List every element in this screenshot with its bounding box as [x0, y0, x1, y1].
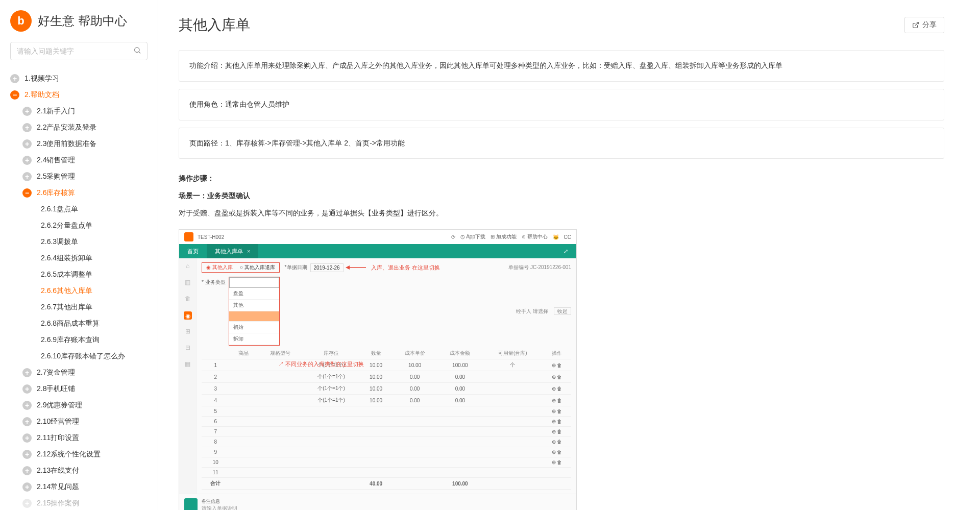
left-rail: ⌂ ▥ 🗑 ◉ ⊞ ⊟ ▦: [179, 258, 197, 494]
nav-item-2-6-1[interactable]: 2.6.1盘点单: [10, 201, 148, 217]
steps-heading: 操作步骤：: [179, 171, 944, 185]
nav-label: 2.3使用前数据准备: [37, 139, 96, 149]
path-box: 页面路径：1、库存核算->库存管理->其他入库单 2、首页->常用功能: [179, 128, 944, 159]
type-switch-box: ◉ 其他入库 ○ 其他入库退库: [202, 262, 280, 273]
nav-item-2-6-8[interactable]: 2.6.8商品成本重算: [10, 315, 148, 332]
nav-label: 2.6.6其他入库单: [41, 286, 92, 296]
nav-label: 2.10经营管理: [37, 417, 79, 426]
nav-label: 2.12系统个性化设置: [37, 450, 101, 459]
nav-tree: +1.视频学习 −2.帮助文档 +2.1新手入门 +2.2产品安装及登录 +2.…: [10, 70, 148, 510]
arrow-icon: [346, 264, 366, 271]
plus-icon: +: [22, 172, 32, 181]
nav-label: 2.2产品安装及登录: [37, 123, 96, 132]
nav-label: 2.8手机旺铺: [37, 384, 75, 394]
table-row: 10⊕ 🗑: [202, 457, 571, 468]
nav-item-2-12[interactable]: +2.12系统个性化设置: [10, 446, 148, 463]
table-row: 8⊕ 🗑: [202, 437, 571, 447]
path-text: 1、库存核算->库存管理->其他入库单 2、首页->常用功能: [225, 139, 405, 147]
nav-item-2-6-9[interactable]: 2.6.9库存账本查询: [10, 332, 148, 348]
table-row: 7⊕ 🗑: [202, 427, 571, 437]
dropdown-option: 其他: [229, 300, 279, 311]
nav-item-2-7[interactable]: +2.7资金管理: [10, 365, 148, 381]
path-label: 页面路径：: [189, 139, 225, 147]
rail-icon: 🗑: [184, 295, 192, 303]
dropdown-option: 初始: [229, 322, 279, 333]
nav-item-2-13[interactable]: +2.13在线支付: [10, 463, 148, 479]
date-label: 单据日期: [287, 264, 307, 270]
brand-title: 好生意 帮助中心: [38, 13, 127, 29]
nav-label: 2.6.2分量盘点单: [41, 221, 92, 230]
topbar-icon: ◷ App下载: [460, 233, 485, 240]
nav-label: 1.视频学习: [24, 74, 59, 83]
username: CC: [564, 234, 571, 240]
search-input[interactable]: [10, 42, 148, 60]
avatar-icon: 🐱: [553, 234, 559, 240]
nav-item-help-docs[interactable]: −2.帮助文档: [10, 87, 148, 103]
plus-icon: +: [22, 401, 32, 410]
dropdown-option-hover: [229, 311, 279, 322]
nav-item-2-11[interactable]: +2.11打印设置: [10, 430, 148, 446]
remark-label: 备注信息: [202, 498, 237, 505]
app-screenshot: TEST-H002 ⟳ ◷ App下载 ⊞ 加成功能 ⊙ 帮助中心 🐱 CC 首…: [179, 229, 577, 510]
nav-item-2-6[interactable]: −2.6库存核算: [10, 185, 148, 201]
logo: b 好生意 帮助中心: [10, 10, 148, 32]
search-box: [10, 42, 148, 60]
nav-label: 2.6.10库存账本错了怎么办: [41, 352, 125, 361]
nav-item-2-8[interactable]: +2.8手机旺铺: [10, 381, 148, 397]
scene1-title: 场景一：业务类型确认: [179, 188, 944, 203]
plus-icon: +: [22, 123, 32, 132]
nav-label: 2.6.1盘点单: [41, 205, 78, 214]
nav-item-2-2[interactable]: +2.2产品安装及登录: [10, 119, 148, 136]
plus-icon: +: [22, 107, 32, 116]
nav-item-2-6-6[interactable]: 2.6.6其他入库单: [10, 283, 148, 299]
plus-icon: +: [22, 499, 32, 508]
rail-icon: ▦: [184, 360, 192, 369]
nav-item-2-6-4[interactable]: 2.6.4组装拆卸单: [10, 250, 148, 266]
biztype-label: 业务类型: [205, 279, 226, 285]
tab-current: 其他入库单×: [207, 244, 258, 258]
table-row: 5⊕ 🗑: [202, 406, 571, 417]
plus-icon: +: [22, 417, 32, 426]
doc-no-value: JC-20191226-001: [530, 264, 571, 270]
nav-label: 2.13在线支付: [37, 466, 79, 475]
rail-icon: ⊟: [184, 344, 192, 352]
nav-item-2-4[interactable]: +2.4销售管理: [10, 152, 148, 168]
nav-item-2-1[interactable]: +2.1新手入门: [10, 103, 148, 119]
table-row: 3个(1个=1个)10.000.000.00⊕ 🗑: [202, 383, 571, 395]
nav-item-2-6-7[interactable]: 2.6.7其他出库单: [10, 299, 148, 315]
nav-item-2-14[interactable]: +2.14常见问题: [10, 479, 148, 495]
nav-label: 2.6.8商品成本重算: [41, 319, 100, 328]
nav-item-2-6-10[interactable]: 2.6.10库存账本错了怎么办: [10, 348, 148, 365]
topbar-icon: ⊞ 加成功能: [491, 233, 517, 240]
nav-item-2-3[interactable]: +2.3使用前数据准备: [10, 136, 148, 152]
plus-icon: +: [22, 450, 32, 459]
page-title: 其他入库单: [179, 15, 250, 35]
nav-item-2-5[interactable]: +2.5采购管理: [10, 168, 148, 185]
table-row: 4个(1个=1个)10.000.000.00⊕ 🗑: [202, 395, 571, 406]
remark-icon: [184, 498, 198, 510]
table-total-row: 合计40.00100.00: [202, 478, 571, 490]
rail-icon: ⊞: [184, 328, 192, 336]
nav-label: 2.5采购管理: [37, 172, 75, 181]
nav-item-2-9[interactable]: +2.9优惠券管理: [10, 397, 148, 414]
nav-label: 2.15操作案例: [37, 499, 79, 508]
biztype-dropdown: 盘盈 其他 初始 拆卸: [229, 277, 280, 346]
nav-label: 2.1新手入门: [37, 107, 75, 116]
nav-item-video[interactable]: +1.视频学习: [10, 70, 148, 87]
plus-icon: +: [22, 139, 32, 149]
role-box: 使用角色：通常由仓管人员维护: [179, 89, 944, 120]
plus-icon: +: [22, 384, 32, 394]
search-icon[interactable]: [133, 46, 141, 56]
nav-item-2-15[interactable]: +2.15操作案例: [10, 495, 148, 510]
nav-item-2-6-2[interactable]: 2.6.2分量盘点单: [10, 217, 148, 234]
nav-item-2-6-3[interactable]: 2.6.3调拨单: [10, 234, 148, 250]
topbar-icon: ⊙ 帮助中心: [522, 233, 548, 240]
dropdown-option: 盘盈: [229, 288, 279, 300]
date-value: 2019-12-26: [310, 263, 344, 272]
nav-item-2-6-5[interactable]: 2.6.5成本调整单: [10, 266, 148, 283]
share-button[interactable]: 分享: [904, 17, 944, 33]
rail-icon: ⌂: [184, 262, 192, 271]
nav-item-2-10[interactable]: +2.10经营管理: [10, 414, 148, 430]
rail-icon: ▥: [184, 279, 192, 287]
remark-placeholder: 请输入单据说明: [202, 505, 237, 510]
